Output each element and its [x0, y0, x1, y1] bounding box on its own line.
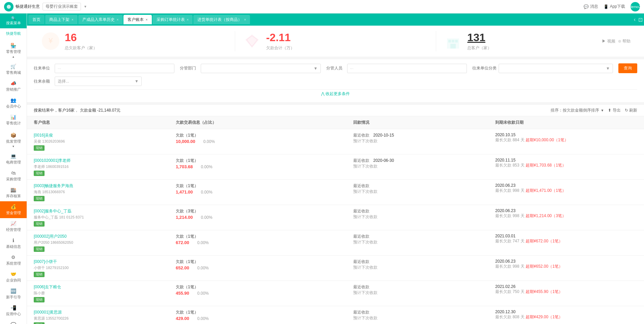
sidebar-item-member[interactable]: 👥 会员中心 [0, 95, 27, 112]
debt-percent-3: 0.00% [201, 215, 213, 220]
customer-name-4[interactable]: [000002]用户2050 [34, 234, 176, 239]
sidebar-item-finance[interactable]: 💰 资金管理 [0, 201, 27, 218]
debt-info-0: 欠款（1笔） 10,000.00 0.00% [176, 132, 353, 144]
enterprise-icon: 🤝 [10, 271, 16, 277]
person-input[interactable]: ··· [347, 64, 467, 73]
return-info-7: 最近收款 预计下次收款 [353, 310, 495, 321]
sidebar-item-wechat[interactable]: 💬 企业微信 [0, 319, 27, 324]
category-dropdown-icon: ▼ [606, 66, 610, 71]
tab-production-history[interactable]: 产成品入库单历史 × [78, 15, 123, 24]
customer-info-0: [0016]吴俊 吴俊 13026203696 现销 [34, 132, 176, 151]
sidebar-item-retail-mgmt[interactable]: 🏪 零售管理 ▲ [0, 40, 27, 61]
filter-source-unit: 往来单位 ··· [34, 64, 174, 73]
tab-purchase-order-stat[interactable]: 采购订单统计表 × [152, 15, 193, 24]
sidebar-item-enterprise[interactable]: 🤝 企业协同 [0, 269, 27, 286]
overdue-link-7[interactable]: 超期¥429.00（1笔） [526, 315, 563, 319]
operations-icon: 📈 [10, 221, 16, 226]
top-bar-right: 💬 消息 📱 App下载 demo2 [584, 2, 640, 11]
tab-customer-account[interactable]: 客户账本 × [123, 15, 152, 24]
debt-amount-6: 455.90 [176, 291, 189, 296]
debt-amount-5: 652.00 [176, 265, 189, 270]
tab-home[interactable]: 首页 [28, 15, 45, 24]
tab-purchase-stat-product[interactable]: 进货单统计表（按商品） × [193, 15, 250, 24]
sidebar-item-guide[interactable]: 🆕 新手引导 [0, 286, 27, 302]
message-btn[interactable]: 💬 消息 [584, 4, 598, 9]
overdue-link-4[interactable]: 超期¥672.00（1笔） [526, 239, 563, 243]
debt-count-6: 欠款（1笔） [176, 284, 353, 290]
customer-name-2[interactable]: [0003]畅捷服务尹海燕 [34, 183, 176, 189]
source-unit-input[interactable]: ··· [55, 64, 174, 73]
purchase-icon: 🛍 [11, 170, 16, 176]
sidebar-item-retail-mall[interactable]: 🛒 零售商城 [0, 61, 27, 78]
customer-name-3[interactable]: [0002]服务中心_丁磊 [34, 208, 176, 214]
customer-name-5[interactable]: [0007]小饼干 [34, 259, 176, 265]
overdue-link-5[interactable]: 超期¥652.00（1笔） [526, 264, 563, 269]
category-input[interactable]: ▼ [499, 64, 613, 73]
tab-next-btn[interactable]: ⊡ [638, 17, 643, 23]
overdue-link-1[interactable]: 超期¥1,703.68（1笔） [526, 163, 566, 168]
collapse-btn[interactable]: ⋀ 收起更多条件 [34, 89, 637, 98]
debt-amount-info: -2.11 欠款合计（万） [266, 31, 295, 51]
tab-close-purchase-order-stat[interactable]: × [187, 18, 189, 22]
customer-name-6[interactable]: [0006]去下粮仓 [34, 284, 176, 290]
debt-amount-1: 1,703.68 [176, 164, 193, 169]
sidebar-item-operations[interactable]: 📈 经营管理 [0, 218, 27, 235]
customer-name-7[interactable]: [000001]黄思源 [34, 310, 176, 315]
table-row-1: [0001020001]李老师 李老师 18600391516 现销 欠款（1笔… [27, 154, 644, 179]
customer-sub-0: 吴俊 13026203696 [34, 139, 176, 144]
store-dropdown-icon[interactable]: ▼ [84, 5, 87, 8]
customer-sub-4: 用户2050 18665062050 [34, 240, 176, 245]
stat-debt-amount: -2.11 欠款合计（万） [235, 31, 437, 51]
tab-close-purchase-stat-product[interactable]: × [244, 18, 246, 22]
customer-tag-4: 现销 [34, 246, 45, 252]
tab-close-customer-account[interactable]: × [146, 18, 148, 22]
customer-sub-7: 黄思源 13552700226 [34, 316, 176, 321]
user-avatar[interactable]: demo2 [631, 2, 640, 11]
quick-nav[interactable]: 快捷导航 [0, 28, 27, 39]
sidebar-item-purchase[interactable]: 🛍 采购管理 [0, 168, 27, 184]
customer-name-1[interactable]: [0001020001]李老师 [34, 158, 176, 164]
overdue-link-2[interactable]: 超期¥1,471.00（1笔） [526, 188, 566, 193]
sidebar-item-inventory[interactable]: 🏬 库存核算 [0, 184, 27, 201]
refresh-btn[interactable]: ↻ 刷新 [625, 108, 637, 113]
return-last-1: 最近收款 2020-06-30 [353, 158, 495, 164]
return-last-4: 最近收款 [353, 234, 495, 239]
overdue-link-0[interactable]: 超期¥10,000.00（1笔） [526, 138, 568, 142]
stat-total-customers: 131 总客户（家） ▶ 视频 ⊙ 帮助 [436, 31, 637, 51]
sidebar-item-batch-mgmt[interactable]: 📦 批发管理 ▼ [0, 130, 27, 151]
search-button[interactable]: 查询 [618, 63, 637, 73]
due-date-0: 2020.10.15 [495, 132, 637, 137]
overdue-link-3[interactable]: 超期¥1,214.00（3笔） [526, 213, 566, 218]
sidebar-search[interactable]: 🔍 搜索菜单 [0, 13, 27, 28]
sidebar-item-retail-stat[interactable]: 📊 零售统计 [0, 112, 27, 128]
dept-input[interactable]: ▼ [201, 64, 320, 73]
debt-amount-label: 欠款合计（万） [266, 45, 295, 51]
tab-close-production-history[interactable]: × [117, 18, 119, 22]
tab-close-goods-status[interactable]: × [72, 18, 74, 22]
export-btn[interactable]: ⬆ 导出 [608, 108, 620, 113]
help-btn[interactable]: ⊙ 帮助 [618, 38, 631, 44]
customer-name-0[interactable]: [0016]吴俊 [34, 132, 176, 138]
finance-icon: 💰 [10, 204, 16, 209]
app-download-btn[interactable]: 📱 App下载 [604, 4, 625, 9]
video-btn[interactable]: ▶ 视频 [602, 38, 615, 44]
balance-input[interactable]: 选择... ▼ [55, 77, 142, 86]
store-name[interactable]: 母婴行业演示账套 [43, 3, 81, 10]
sidebar-item-ecommerce[interactable]: 💻 电商管理 [0, 151, 27, 168]
sidebar-item-basic-info[interactable]: ℹ 基础信息 [0, 235, 27, 252]
sort-selector[interactable]: 排序：按欠款金额倒序排序 ▼ [551, 108, 604, 113]
tab-prev-btn[interactable]: ‹ [634, 17, 636, 23]
debt-customers-number: 16 [65, 31, 97, 44]
sidebar-item-app-center[interactable]: 📲 应用中心 [0, 302, 27, 319]
sidebar-item-marketing[interactable]: 📣 营销推广 [0, 78, 27, 95]
filter-category: 往来单位分类 ▼ [472, 64, 613, 73]
sidebar-item-system[interactable]: ⚙ 系统管理 [0, 252, 27, 269]
tab-goods-status[interactable]: 商品上下架 × [45, 15, 78, 24]
debt-row-7: 429.00 0.00% [176, 316, 353, 321]
date-info-1: 2020.11.15 最长欠款 853 天 超期¥1,703.68（1笔） [495, 158, 637, 168]
overdue-link-6[interactable]: 超期¥455.90（1笔） [526, 289, 563, 294]
debt-count-7: 欠款（1笔） [176, 310, 353, 315]
due-date-1: 2020.11.15 [495, 158, 637, 163]
table-header: 客户信息 欠款交易信息（占比） 回款情况 到期未收款日期 [27, 116, 644, 129]
results-bar: 搜索结果中，客户16家， 欠款金额 -21,148.07元 排序：按欠款金额倒序… [27, 105, 644, 116]
